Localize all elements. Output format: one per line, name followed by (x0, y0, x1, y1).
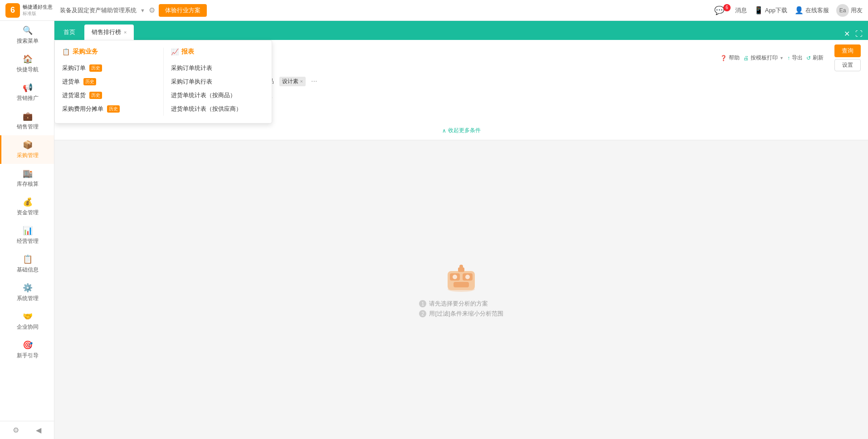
return-badge: 历史 (89, 92, 102, 99)
goods-tag-text: 设计素 (282, 78, 298, 85)
phone-icon: 📱 (754, 6, 763, 15)
expense-label: 采购费用分摊单 (62, 105, 103, 113)
sidebar-item-finance[interactable]: 💰 资金管理 (0, 192, 54, 221)
sidebar-label-quicknav: 快捷导航 (17, 66, 39, 74)
sidebar-label-inventory: 库存核算 (17, 180, 39, 188)
dropdown-item-order-exec[interactable]: 采购订单执行表 (171, 75, 265, 89)
username-label: 用友 (851, 6, 863, 15)
system-title-text: 装备及固定资产辅助管理系统 (60, 6, 137, 15)
goods-tag-close-icon[interactable]: × (300, 79, 303, 84)
sidebar-item-basic[interactable]: 📋 基础信息 (0, 250, 54, 278)
sidebar-item-inventory[interactable]: 🏬 库存核算 (0, 164, 54, 192)
empty-hint-list: 1 请先选择要分析的方案 2 用[过滤]条件来缩小分析范围 (419, 300, 503, 320)
export-icon: ↑ (787, 55, 790, 61)
online-service-action[interactable]: 👤 在线客服 (795, 6, 829, 15)
sidebar-settings-icon[interactable]: ⚙ (13, 426, 19, 434)
incoming-by-supplier-label: 进货单统计表（按供应商） (171, 105, 242, 113)
app-logo-icon: 6 (5, 3, 20, 18)
svg-point-8 (459, 265, 463, 268)
sidebar-label-search: 搜索菜单 (17, 37, 39, 45)
sidebar-collapse-icon[interactable]: ◀ (36, 426, 41, 434)
sidebar-item-system[interactable]: ⚙️ 系统管理 (0, 278, 54, 307)
dropdown-heading-purchase: 📋 采购业务 (62, 48, 156, 56)
online-service-label: 在线客服 (805, 6, 829, 15)
sidebar-label-operation: 经营管理 (17, 237, 39, 245)
dropdown-item-expense[interactable]: 采购费用分摊单 历史 (62, 102, 156, 116)
collapse-up-icon: ∧ (442, 128, 446, 134)
help-icon: ❓ (720, 55, 727, 61)
collapse-btn[interactable]: ∧ 收起更多条件 (62, 124, 861, 135)
print-btn[interactable]: 🖨 按模板打印 ▼ (743, 54, 784, 62)
incoming-badge: 历史 (83, 78, 96, 85)
user-avatar: Ea (836, 4, 849, 17)
sidebar-item-purchase[interactable]: 📦 采购管理 (0, 135, 54, 164)
purchase-heading-icon: 📋 (62, 48, 70, 55)
logo-area: 6 畅捷通好生意 标准版 (5, 3, 60, 18)
purchase-icon: 📦 (23, 140, 33, 150)
sidebar-item-enterprise[interactable]: 🤝 企业协同 (0, 307, 54, 335)
sidebar-item-quicknav[interactable]: 🏠 快捷导航 (0, 49, 54, 78)
query-button[interactable]: 查询 (834, 44, 861, 57)
dropdown-item-incoming-by-supplier[interactable]: 进货单统计表（按供应商） (171, 102, 265, 116)
sidebar: 🔍 搜索菜单 🏠 快捷导航 📢 营销推广 💼 销售管理 📦 采购管理 🏬 库存核… (0, 21, 54, 439)
setting-button[interactable]: 设置 (834, 59, 861, 71)
empty-illustration (439, 260, 484, 296)
tab-fullscreen-icon[interactable]: ⛶ (853, 28, 864, 40)
purchase-order-label: 采购订单 (62, 64, 86, 72)
dropdown-item-incoming[interactable]: 进货单 历史 (62, 75, 156, 89)
guide-icon: 🎯 (23, 340, 33, 350)
dropdown-item-incoming-by-goods[interactable]: 进货单统计表（按商品） (171, 89, 265, 102)
dropdown-item-order-stat[interactable]: 采购订单统计表 (171, 61, 265, 75)
user-action[interactable]: Ea 用友 (836, 4, 863, 17)
sidebar-item-search[interactable]: 🔍 搜索菜单 (0, 21, 54, 49)
dropdown-item-purchase-order[interactable]: 采购订单 历史 (62, 61, 156, 75)
purchase-heading-text: 采购业务 (73, 48, 98, 56)
export-label: 导出 (792, 54, 803, 62)
export-btn[interactable]: ↑ 导出 (787, 54, 803, 62)
main-layout: 🔍 搜索菜单 🏠 快捷导航 📢 营销推广 💼 销售管理 📦 采购管理 🏬 库存核… (0, 21, 868, 439)
logo-badge: 标准版 (23, 10, 53, 17)
sidebar-item-operation[interactable]: 📊 经营管理 (0, 221, 54, 250)
sales-icon: 💼 (23, 111, 33, 121)
incoming-label: 进货单 (62, 78, 80, 86)
dropdown-col-reports: 📈 报表 采购订单统计表 采购订单执行表 进货单统计表（按商品） 进货单统计表（… (163, 48, 265, 116)
sidebar-label-enterprise: 企业协同 (17, 323, 39, 331)
hint-dot-2: 2 (419, 310, 426, 317)
sidebar-label-basic: 基础信息 (17, 266, 39, 274)
print-icon: 🖨 (743, 55, 749, 61)
service-icon: 👤 (795, 6, 804, 15)
system-settings-icon[interactable]: ⚙ (149, 6, 155, 15)
tab-bar-right: ✕ ⛶ (842, 28, 868, 40)
industry-btn[interactable]: 体验行业方案 (159, 4, 207, 17)
inventory-icon: 🏬 (23, 168, 33, 178)
goods-ellipsis-icon[interactable]: ··· (311, 77, 317, 85)
content-area: 首页 销售排行榜 × ✕ ⛶ ❓ 帮助 (54, 21, 868, 439)
purchase-dropdown-menu: 📋 采购业务 采购订单 历史 进货单 历史 进货退货 历史 (54, 40, 272, 123)
expense-badge: 历史 (107, 105, 120, 113)
filter-actions: ❓ 帮助 🖨 按模板打印 ▼ ↑ 导出 ↺ 刷新 (720, 54, 824, 62)
reports-heading-icon: 📈 (171, 48, 179, 55)
tab-close-page-icon[interactable]: ✕ (842, 28, 852, 40)
help-btn[interactable]: ❓ 帮助 (720, 54, 740, 62)
sidebar-item-guide[interactable]: 🎯 新手引导 (0, 335, 54, 364)
top-header: 6 畅捷通好生意 标准版 装备及固定资产辅助管理系统 ▼ ⚙ 体验行业方案 💬 … (0, 0, 868, 21)
title-dropdown-arrow[interactable]: ▼ (140, 8, 145, 13)
app-download-action[interactable]: 📱 App下载 (754, 6, 787, 15)
message-badge: 6 (723, 4, 731, 11)
svg-point-6 (465, 275, 470, 279)
home-icon: 🏠 (23, 54, 33, 64)
sidebar-label-purchase: 采购管理 (17, 152, 39, 159)
operation-icon: 📊 (23, 226, 33, 236)
refresh-btn[interactable]: ↺ 刷新 (806, 54, 824, 62)
tab-sales-ranking[interactable]: 销售排行榜 × (84, 25, 134, 40)
collapse-label: 收起更多条件 (448, 127, 481, 134)
tab-close-icon[interactable]: × (124, 30, 127, 35)
message-action[interactable]: 💬 6 消息 (714, 5, 747, 15)
empty-hint-1: 请先选择要分析的方案 (429, 300, 488, 308)
sidebar-item-marketing[interactable]: 📢 营销推广 (0, 78, 54, 107)
refresh-label: 刷新 (813, 54, 824, 62)
tab-home[interactable]: 首页 (56, 25, 83, 40)
sidebar-item-sales[interactable]: 💼 销售管理 (0, 107, 54, 135)
dropdown-item-return[interactable]: 进货退货 历史 (62, 89, 156, 102)
order-stat-label: 采购订单统计表 (171, 64, 212, 72)
